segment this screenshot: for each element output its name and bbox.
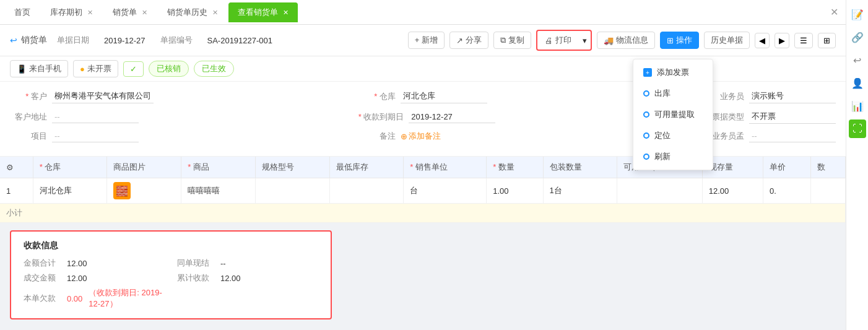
date-label: 单据日期	[57, 35, 89, 46]
th-unit: 销售单位	[404, 157, 487, 178]
dropdown-add-invoice[interactable]: + 添加发票	[633, 62, 713, 83]
refresh-icon	[643, 154, 649, 160]
sidebar-back-icon[interactable]: ↩	[849, 51, 865, 70]
th-qty: 数量	[487, 157, 543, 178]
view-list-button[interactable]: ☰	[794, 33, 813, 48]
address-value[interactable]: --	[52, 111, 139, 123]
total-value: 12.00	[67, 259, 87, 268]
effective-button[interactable]: 已生效	[194, 61, 234, 77]
th-settings[interactable]: ⚙	[0, 157, 33, 178]
operate-button[interactable]: ⊞ 操作	[660, 32, 699, 49]
doc-title: ↩ 销货单	[10, 35, 47, 46]
operate-dropdown: + 添加发票 出库 可用量提取 定位 刷新	[633, 59, 713, 170]
payment-total: 金额合计 12.00	[24, 258, 165, 269]
not-opened-button[interactable]: ● 未开票	[73, 60, 118, 77]
sidebar-chart-icon[interactable]: 📊	[848, 97, 867, 116]
tab-inventory-close[interactable]: ✕	[87, 9, 93, 17]
print-button[interactable]: 🖨 打印	[539, 32, 578, 48]
print-dropdown-arrow[interactable]: ▾	[580, 36, 589, 45]
payment-collected: 累计收款 12.00	[177, 272, 318, 284]
toolbar: + 新增 ↗ 分享 ⧉ 复制 🖨 打印 ▾ 🚚 物流信息 ⊞	[408, 30, 836, 51]
row-unit-price: 0.	[763, 178, 811, 204]
customer-value[interactable]: 柳州粤港平安气体有限公司	[52, 89, 154, 103]
form-section: 客户 柳州粤港平安气体有限公司 仓库 河北仓库 业务员 演示账号 客户地址 --…	[0, 82, 846, 157]
payment-deal: 成交金额 12.00	[24, 272, 165, 284]
warehouse-value[interactable]: 河北仓库	[401, 89, 487, 103]
phone-icon: 📱	[17, 64, 27, 74]
tab-sales-close[interactable]: ✕	[142, 9, 147, 17]
subtotal-label: 小计	[0, 204, 846, 223]
dropdown-locate[interactable]: 定位	[633, 125, 713, 146]
close-all-button[interactable]: ✕	[828, 4, 841, 20]
available-qty-icon	[643, 111, 649, 118]
row-available	[617, 178, 702, 204]
ticket-value: 不开票	[749, 110, 836, 124]
table-row: 1 河北仓库 🧱 嘻嘻嘻嘻 台 1.00 1台 12.00 0.	[0, 178, 846, 204]
history-button[interactable]: 历史单据	[704, 32, 750, 49]
tab-view-sales[interactable]: 查看销货单 ✕	[228, 2, 298, 22]
confirm-check-button[interactable]: ✓	[123, 61, 144, 77]
dropdown-available-qty[interactable]: 可用量提取	[633, 104, 713, 125]
copy-label: 复制	[508, 35, 524, 46]
customer-field: 客户 柳州粤港平安气体有限公司	[10, 89, 358, 103]
confirmed-button[interactable]: 已核销	[149, 61, 189, 77]
tab-home[interactable]: 首页	[5, 2, 40, 22]
tab-view-sales-close[interactable]: ✕	[283, 9, 289, 17]
no-label: 单据编号	[160, 35, 193, 46]
project-value[interactable]: --	[52, 130, 139, 142]
note-label: 备注	[358, 131, 396, 142]
owed-label: 本单欠款	[24, 293, 61, 304]
row-no: 1	[0, 178, 33, 204]
payment-title: 收款信息	[24, 240, 318, 251]
row-current-stock: 12.00	[702, 178, 763, 204]
copy-button[interactable]: ⧉ 复制	[493, 32, 531, 49]
add-note-button[interactable]: ⊕ 添加备注	[401, 131, 441, 142]
owed-due-note: （收款到期日: 2019-12-27）	[89, 287, 165, 310]
action-bar: 📱 来自手机 ● 未开票 ✓ 已核销 已生效	[0, 56, 846, 82]
check-icon: ✓	[130, 64, 137, 74]
payment-same-settle: 同单现结 --	[177, 258, 318, 269]
payment-grid: 金额合计 12.00 同单现结 -- 成交金额 12.00 累计收款 12.00…	[24, 258, 318, 310]
subtotal-row: 小计	[0, 204, 846, 223]
tab-inventory[interactable]: 库存期初 ✕	[41, 2, 102, 22]
print-label: 打印	[555, 35, 571, 46]
share-icon: ↗	[456, 36, 463, 45]
next-button[interactable]: ▶	[775, 33, 789, 48]
tab-sales[interactable]: 销货单 ✕	[103, 2, 157, 22]
not-opened-label: 未开票	[87, 63, 111, 74]
doc-type: 销货单	[21, 35, 47, 46]
new-button[interactable]: + 新增	[408, 32, 445, 49]
sidebar-user-icon[interactable]: 👤	[848, 74, 867, 93]
project-label: 项目	[10, 131, 47, 142]
prev-button[interactable]: ◀	[755, 33, 770, 48]
history-label: 历史单据	[711, 35, 743, 46]
row-product[interactable]: 嘻嘻嘻嘻	[181, 178, 256, 204]
print-button-group: 🖨 打印 ▾	[536, 30, 592, 51]
date-value: 2019-12-27	[104, 36, 145, 45]
dropdown-ship[interactable]: 出库	[633, 83, 713, 104]
available-qty-label: 可用量提取	[654, 109, 695, 120]
row-more	[811, 178, 846, 204]
tab-sales-history[interactable]: 销货单历史 ✕	[158, 2, 227, 22]
sidebar-expand-icon[interactable]: ⛶	[849, 119, 866, 138]
copy-icon: ⧉	[500, 35, 506, 45]
not-opened-dot: ●	[80, 64, 85, 74]
collected-label: 累计收款	[177, 272, 214, 284]
tab-sales-history-close[interactable]: ✕	[212, 9, 218, 17]
sidebar-edit-icon[interactable]: 📝	[848, 5, 867, 24]
collected-value: 12.00	[220, 274, 241, 283]
warehouse-label: 仓库	[358, 91, 396, 102]
ship-label: 出库	[654, 88, 671, 99]
th-more: 数	[811, 157, 846, 178]
print-icon: 🖨	[545, 36, 553, 45]
add-invoice-icon: +	[643, 68, 652, 77]
due-date-value[interactable]: 2019-12-27	[409, 111, 495, 123]
address-field: 客户地址 --	[10, 111, 358, 123]
share-button[interactable]: ↗ 分享	[449, 32, 488, 49]
from-phone-button[interactable]: 📱 来自手机	[10, 60, 68, 77]
dropdown-refresh[interactable]: 刷新	[633, 146, 713, 167]
logistics-button[interactable]: 🚚 物流信息	[597, 32, 655, 49]
sidebar-link-icon[interactable]: 🔗	[848, 28, 867, 47]
row-img: 🧱	[107, 178, 181, 204]
view-grid-button[interactable]: ⊞	[818, 33, 836, 48]
